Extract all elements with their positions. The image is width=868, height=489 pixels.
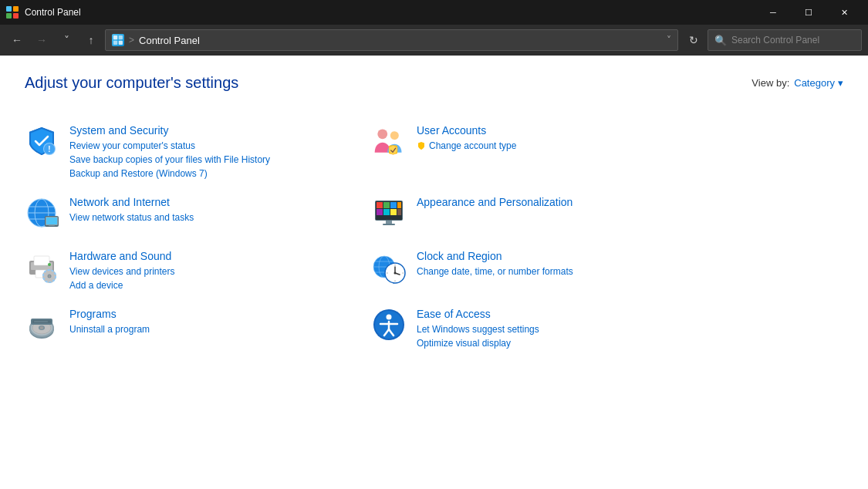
address-bar: ← → ˅ ↑ > Control Panel ˅ ↻ 🔍 Search Con… — [0, 25, 868, 56]
title-bar: Control Panel ─ ☐ ✕ — [0, 0, 868, 25]
user-accounts-text: User Accounts Change account type — [417, 124, 719, 153]
page-header: Adjust your computer's settings View by:… — [25, 74, 843, 92]
appearance-text: Appearance and Personalization — [417, 196, 719, 211]
svg-point-56 — [394, 272, 397, 275]
hardware-link-2[interactable]: Add a device — [69, 278, 372, 292]
ease-link[interactable]: Ease of Access — [417, 308, 719, 320]
programs-text: Programs Uninstall a program — [69, 308, 372, 336]
title-bar-controls: ─ ☐ ✕ — [755, 0, 862, 25]
title-bar-title: Control Panel — [25, 7, 81, 18]
network-link-1[interactable]: View network status and tasks — [69, 211, 372, 224]
system-security-link-3[interactable]: Backup and Restore (Windows 7) — [69, 167, 372, 180]
app-icon — [6, 6, 19, 19]
category-programs: Programs Uninstall a program — [25, 300, 372, 358]
svg-rect-22 — [46, 218, 57, 224]
svg-rect-31 — [383, 209, 390, 215]
shield-small-icon — [417, 141, 426, 150]
clock-link[interactable]: Clock and Region — [417, 250, 719, 262]
svg-rect-38 — [34, 256, 49, 265]
search-icon: 🔍 — [714, 35, 727, 46]
svg-rect-4 — [113, 35, 117, 39]
svg-rect-26 — [377, 202, 383, 208]
svg-rect-28 — [390, 202, 397, 208]
system-security-link-2[interactable]: Save backup copies of your files with Fi… — [69, 153, 372, 167]
ease-text: Ease of Access Let Windows suggest setti… — [417, 308, 719, 350]
category-system-security: ! System and Security Review your comput… — [25, 116, 372, 188]
svg-rect-7 — [119, 41, 123, 45]
svg-rect-35 — [383, 224, 395, 225]
ease-link-1[interactable]: Let Windows suggest settings — [417, 322, 719, 336]
programs-link-1[interactable]: Uninstall a program — [69, 322, 372, 336]
svg-rect-32 — [390, 209, 397, 215]
search-placeholder: Search Control Panel — [731, 35, 819, 46]
svg-rect-29 — [397, 202, 401, 208]
svg-point-11 — [377, 129, 387, 139]
network-text: Network and Internet View network status… — [69, 196, 372, 224]
category-user-accounts: User Accounts Change account type — [372, 116, 719, 188]
categories-grid: ! System and Security Review your comput… — [25, 116, 719, 358]
refresh-button[interactable]: ↻ — [683, 29, 704, 51]
svg-rect-3 — [13, 13, 19, 19]
up-button[interactable]: ↑ — [80, 29, 102, 51]
user-accounts-link-1[interactable]: Change account type — [429, 139, 516, 153]
category-ease: Ease of Access Let Windows suggest setti… — [372, 300, 719, 358]
hardware-text: Hardware and Sound View devices and prin… — [69, 250, 372, 292]
svg-rect-0 — [6, 6, 12, 12]
svg-rect-30 — [377, 209, 383, 215]
title-bar-left: Control Panel — [6, 6, 81, 19]
svg-rect-23 — [49, 225, 55, 227]
close-button[interactable]: ✕ — [826, 0, 862, 25]
back-button[interactable]: ← — [6, 29, 28, 51]
view-by-value[interactable]: Category ▾ — [794, 77, 843, 89]
svg-text:!: ! — [48, 145, 50, 153]
system-security-link[interactable]: System and Security — [69, 124, 372, 137]
address-chevron[interactable]: ˅ — [667, 35, 671, 46]
svg-rect-1 — [13, 6, 19, 12]
system-security-link-1[interactable]: Review your computer's status — [69, 139, 372, 153]
view-by-control: View by: Category ▾ — [751, 77, 843, 89]
svg-point-72 — [387, 315, 392, 320]
address-path: Control Panel — [139, 35, 200, 46]
address-box[interactable]: > Control Panel ˅ — [105, 29, 678, 51]
programs-icon — [25, 308, 59, 342]
ease-icon — [372, 308, 406, 342]
appearance-link[interactable]: Appearance and Personalization — [417, 196, 719, 208]
category-clock: Clock and Region Change date, time, or n… — [372, 242, 719, 300]
page-title: Adjust your computer's settings — [25, 74, 238, 92]
network-link[interactable]: Network and Internet — [69, 196, 372, 208]
clock-icon — [372, 250, 406, 284]
address-separator: > — [129, 35, 134, 46]
svg-rect-27 — [383, 202, 390, 208]
search-box[interactable]: 🔍 Search Control Panel — [708, 29, 862, 51]
category-network: Network and Internet View network status… — [25, 188, 372, 242]
hardware-link-1[interactable]: View devices and printers — [69, 265, 372, 278]
network-icon — [25, 196, 59, 230]
hardware-link[interactable]: Hardware and Sound — [69, 250, 372, 262]
category-appearance: Appearance and Personalization — [372, 188, 719, 242]
hardware-icon — [25, 250, 59, 284]
svg-point-66 — [40, 326, 44, 329]
clock-link-1[interactable]: Change date, time, or number formats — [417, 265, 719, 278]
address-icon — [112, 34, 124, 46]
programs-link[interactable]: Programs — [69, 308, 372, 320]
svg-rect-2 — [6, 13, 12, 19]
user-accounts-icon — [372, 124, 406, 158]
maximize-button[interactable]: ☐ — [791, 0, 826, 25]
svg-rect-6 — [113, 41, 117, 45]
system-security-text: System and Security Review your computer… — [69, 124, 372, 180]
svg-rect-33 — [397, 209, 401, 215]
system-security-icon: ! — [25, 124, 59, 158]
recent-button[interactable]: ˅ — [56, 29, 77, 51]
clock-text: Clock and Region Change date, time, or n… — [417, 250, 719, 278]
ease-link-2[interactable]: Optimize visual display — [417, 336, 719, 350]
view-by-label: View by: — [751, 77, 789, 89]
user-accounts-link[interactable]: User Accounts — [417, 124, 719, 137]
svg-point-45 — [48, 263, 51, 266]
forward-button[interactable]: → — [31, 29, 52, 51]
category-hardware: Hardware and Sound View devices and prin… — [25, 242, 372, 300]
svg-rect-5 — [119, 35, 123, 39]
minimize-button[interactable]: ─ — [755, 0, 791, 25]
svg-rect-34 — [386, 221, 392, 224]
svg-point-44 — [49, 275, 51, 278]
svg-rect-69 — [34, 322, 48, 322]
